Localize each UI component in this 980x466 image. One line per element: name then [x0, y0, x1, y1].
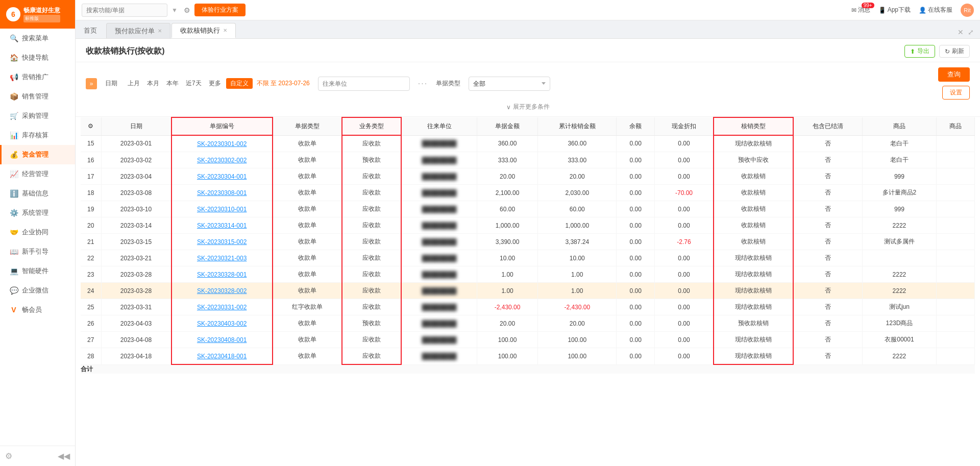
- cell-doc-no[interactable]: SK-20230308-001: [172, 185, 273, 201]
- sidebar-item-enterprise[interactable]: 🤝 企业协同: [0, 223, 75, 242]
- sidebar-logo: 6 畅康道好生意 标推版: [0, 0, 75, 29]
- doc-type-label: 单据类型: [436, 79, 460, 88]
- doc-no-link[interactable]: SK-20230304-001: [197, 173, 247, 180]
- topbar-search-input[interactable]: [82, 4, 167, 17]
- doc-no-link[interactable]: SK-20230308-001: [197, 189, 247, 197]
- cell-doc-no[interactable]: SK-20230315-002: [172, 234, 273, 250]
- cell-doc-no[interactable]: SK-20230403-002: [172, 315, 273, 332]
- solution-button[interactable]: 体验行业方案: [194, 4, 246, 16]
- cell-doc-no[interactable]: SK-20230408-001: [172, 332, 273, 348]
- doc-no-link[interactable]: SK-20230418-001: [197, 353, 247, 360]
- cell-partner: ████████: [401, 185, 477, 201]
- cell-amount: 3,390.00: [477, 234, 538, 250]
- cell-doc-no[interactable]: SK-20230301-002: [172, 135, 273, 152]
- sidebar-item-guide[interactable]: 📖 新手引导: [0, 242, 75, 261]
- sidebar-item-quick[interactable]: 🏠 快捷导航: [0, 48, 75, 67]
- collapse-icon[interactable]: ◀◀: [58, 451, 70, 461]
- date-btn-more[interactable]: 更多: [207, 78, 223, 89]
- cell-doc-no[interactable]: SK-20230418-001: [172, 348, 273, 365]
- doc-no-link[interactable]: SK-20230408-001: [197, 336, 247, 344]
- cell-amount: 60.00: [477, 201, 538, 217]
- tab-home[interactable]: 首页: [76, 23, 105, 38]
- settings-bottom-icon[interactable]: ⚙: [5, 451, 12, 461]
- sidebar-item-wechat[interactable]: 💬 企业微信: [0, 281, 75, 300]
- sidebar-item-sales[interactable]: 📦 销售管理: [0, 87, 75, 106]
- app-download[interactable]: 📱 App下载: [878, 6, 911, 14]
- table-row: 18 2023-03-08 SK-20230308-001 收款单 应收款 ██…: [81, 185, 975, 201]
- cell-product2: [937, 217, 975, 234]
- data-table-wrap: ⚙ 日期 单据编号 单据类型 业务类型 往来单位 单据金额 累计核销金额 余额 …: [76, 117, 980, 374]
- cell-balance: 0.00: [617, 283, 655, 299]
- doc-no-link[interactable]: SK-20230328-002: [197, 287, 247, 295]
- topbar: ▼ ⚙ 体验行业方案 ✉ 消息 99+ 📱 App下载 👤 在线客服 Rit: [76, 0, 980, 20]
- tab-prepay[interactable]: 预付款应付单 ✕: [106, 23, 170, 38]
- date-custom-btn[interactable]: 自定义: [226, 78, 253, 89]
- query-button[interactable]: 查询: [938, 67, 970, 82]
- doc-no-link[interactable]: SK-20230301-002: [197, 140, 247, 148]
- doc-no-link[interactable]: SK-20230315-002: [197, 238, 247, 246]
- maximize-btn[interactable]: ⤢: [968, 28, 974, 36]
- date-btn-this-year[interactable]: 本年: [164, 78, 181, 89]
- cell-doc-no[interactable]: SK-20230304-001: [172, 168, 273, 185]
- tab-receipt-exec-close[interactable]: ✕: [223, 28, 227, 33]
- filter-dots[interactable]: ···: [418, 79, 428, 88]
- user-avatar[interactable]: Rit: [961, 4, 974, 17]
- cell-doc-no[interactable]: SK-20230321-003: [172, 250, 273, 266]
- cell-amount: 333.00: [477, 152, 538, 168]
- setting-button[interactable]: 设置: [942, 86, 970, 100]
- tab-prepay-close[interactable]: ✕: [158, 28, 162, 34]
- cell-doc-no[interactable]: SK-20230328-002: [172, 283, 273, 299]
- cell-cancel-type: 现结收款核销: [714, 283, 793, 299]
- doc-no-link[interactable]: SK-20230310-001: [197, 206, 247, 213]
- date-btn-last-month[interactable]: 上月: [126, 78, 142, 89]
- doc-type-select[interactable]: 全部: [469, 77, 550, 91]
- cell-biz-type: 预收款: [342, 152, 401, 168]
- sidebar-item-operations[interactable]: 📈 经营管理: [0, 164, 75, 184]
- export-button[interactable]: ⬆ 导出: [904, 45, 935, 58]
- cell-doc-no[interactable]: SK-20230331-002: [172, 299, 273, 315]
- doc-no-link[interactable]: SK-20230331-002: [197, 304, 247, 311]
- cell-id: 23: [81, 266, 101, 283]
- refresh-button[interactable]: ↻ 刷新: [939, 45, 970, 58]
- cell-amount: 1.00: [477, 266, 538, 283]
- partner-input[interactable]: [318, 77, 410, 91]
- cell-amount: 2,100.00: [477, 185, 538, 201]
- cell-product: 2222: [862, 266, 937, 283]
- cell-biz-type: 应收款: [342, 283, 401, 299]
- sidebar-item-basic[interactable]: ℹ️ 基础信息: [0, 184, 75, 203]
- cell-doc-no[interactable]: SK-20230310-001: [172, 201, 273, 217]
- sidebar-item-finance[interactable]: 💰 资金管理: [0, 145, 75, 164]
- message-area[interactable]: ✉ 消息 99+: [851, 6, 870, 14]
- topbar-gear-icon[interactable]: ⚙: [184, 6, 190, 14]
- sidebar-item-purchase[interactable]: 🛒 采购管理: [0, 106, 75, 126]
- sidebar-item-member[interactable]: V 畅会员: [0, 300, 75, 320]
- tab-receipt-exec[interactable]: 收款核销执行 ✕: [172, 23, 236, 38]
- cell-doc-no[interactable]: SK-20230314-001: [172, 217, 273, 234]
- cell-included: 否: [793, 332, 862, 348]
- date-btn-this-month[interactable]: 本月: [145, 78, 161, 89]
- doc-no-link[interactable]: SK-20230302-002: [197, 157, 247, 164]
- filter-toggle-btn[interactable]: »: [86, 78, 97, 89]
- close-tab-btn[interactable]: ✕: [958, 28, 964, 36]
- date-btn-7days[interactable]: 近7天: [184, 78, 204, 89]
- cell-product2: [937, 201, 975, 217]
- col-gear[interactable]: ⚙: [81, 117, 101, 135]
- sidebar-item-search[interactable]: 🔍 搜索菜单: [0, 29, 75, 48]
- cell-doc-no[interactable]: SK-20230302-002: [172, 152, 273, 168]
- expand-more-btn[interactable]: ∨ 展开更多条件: [506, 103, 550, 111]
- table-row: 26 2023-04-03 SK-20230403-002 收款单 预收款 ██…: [81, 315, 975, 332]
- sidebar-item-hardware[interactable]: 💻 智能硬件: [0, 261, 75, 281]
- doc-no-link[interactable]: SK-20230314-001: [197, 222, 247, 229]
- sidebar-item-marketing[interactable]: 📢 营销推广: [0, 67, 75, 87]
- sidebar-item-inventory[interactable]: 📊 库存核算: [0, 126, 75, 145]
- table-row: 17 2023-03-04 SK-20230304-001 收款单 应收款 ██…: [81, 168, 975, 185]
- doc-no-link[interactable]: SK-20230328-001: [197, 271, 247, 278]
- tabbar: 首页 预付款应付单 ✕ 收款核销执行 ✕ ✕ ⤢: [76, 20, 980, 39]
- doc-no-link[interactable]: SK-20230321-003: [197, 255, 247, 262]
- online-service[interactable]: 👤 在线客服: [919, 6, 952, 14]
- cell-doc-no[interactable]: SK-20230328-001: [172, 266, 273, 283]
- col-date: 日期: [101, 117, 172, 135]
- col-product2: 商品: [937, 117, 975, 135]
- sidebar-item-system[interactable]: ⚙️ 系统管理: [0, 203, 75, 223]
- doc-no-link[interactable]: SK-20230403-002: [197, 320, 247, 327]
